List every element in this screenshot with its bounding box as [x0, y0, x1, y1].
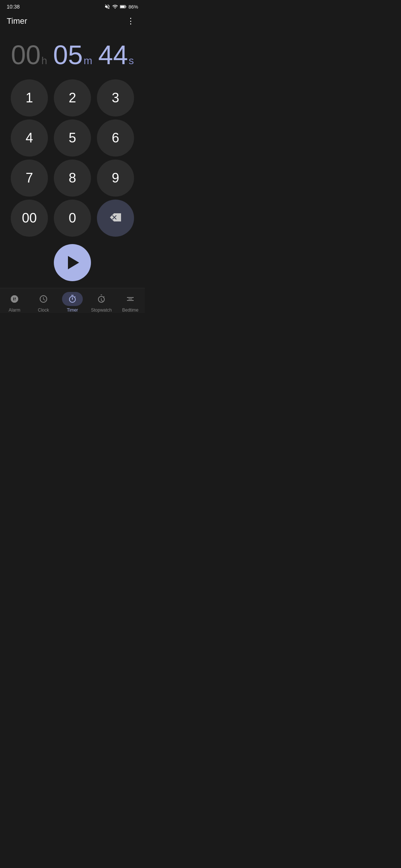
minutes-value: 05 [53, 42, 83, 68]
minutes-unit: 05 m [53, 42, 92, 68]
key-4[interactable]: 4 [11, 119, 48, 157]
timer-display: 00 h 05 m 44 s [0, 30, 145, 76]
key-8[interactable]: 8 [54, 160, 91, 197]
status-bar: 10:38 86% [0, 0, 145, 12]
keypad-row-1: 1 2 3 [11, 79, 134, 116]
clock-icon [39, 293, 48, 305]
svg-rect-1 [125, 6, 126, 7]
bottom-nav: Alarm Clock Timer [0, 288, 145, 313]
nav-alarm[interactable]: Alarm [0, 292, 29, 313]
header: Timer ⋮ [0, 12, 145, 30]
seconds-value: 44 [98, 42, 128, 68]
alarm-icon [10, 293, 19, 305]
key-1[interactable]: 1 [11, 79, 48, 116]
nav-stopwatch[interactable]: Stopwatch [87, 292, 116, 313]
key-9[interactable]: 9 [97, 160, 134, 197]
svg-rect-2 [120, 6, 125, 7]
hours-unit: 00 h [11, 42, 47, 68]
battery-icon [120, 4, 127, 9]
stopwatch-icon [97, 293, 106, 305]
mute-icon [104, 4, 110, 10]
seconds-label: s [129, 55, 134, 67]
nav-bedtime[interactable]: Bedtime [116, 292, 145, 313]
more-options-button[interactable]: ⋮ [124, 15, 138, 27]
key-5[interactable]: 5 [54, 119, 91, 157]
key-7[interactable]: 7 [11, 160, 48, 197]
keypad-row-3: 7 8 9 [11, 160, 134, 197]
key-00[interactable]: 00 [11, 200, 48, 237]
battery-percent: 86% [128, 4, 138, 10]
backspace-button[interactable] [97, 200, 134, 237]
start-button[interactable] [54, 244, 91, 281]
key-2[interactable]: 2 [54, 79, 91, 116]
play-area [0, 240, 145, 288]
bedtime-icon [126, 293, 135, 305]
hours-label: h [42, 55, 48, 67]
status-icons: 86% [104, 4, 138, 10]
play-icon [68, 256, 79, 269]
seconds-unit: 44 s [98, 42, 134, 68]
page-title: Timer [7, 16, 27, 26]
minutes-label: m [84, 55, 92, 67]
alarm-label: Alarm [9, 308, 20, 313]
wifi-icon [112, 4, 118, 10]
status-time: 10:38 [7, 4, 20, 10]
hours-value: 00 [11, 42, 40, 68]
timer-label: Timer [67, 308, 78, 313]
keypad-row-4: 00 0 [11, 200, 134, 237]
keypad: 1 2 3 4 5 6 7 8 9 00 0 [0, 76, 145, 240]
bedtime-label: Bedtime [122, 308, 138, 313]
key-3[interactable]: 3 [97, 79, 134, 116]
timer-icon [68, 293, 77, 305]
key-0[interactable]: 0 [54, 200, 91, 237]
stopwatch-label: Stopwatch [91, 308, 112, 313]
nav-clock[interactable]: Clock [29, 292, 58, 313]
keypad-row-2: 4 5 6 [11, 119, 134, 157]
key-6[interactable]: 6 [97, 119, 134, 157]
clock-label: Clock [38, 308, 49, 313]
backspace-icon [110, 212, 121, 224]
nav-timer[interactable]: Timer [58, 292, 87, 313]
